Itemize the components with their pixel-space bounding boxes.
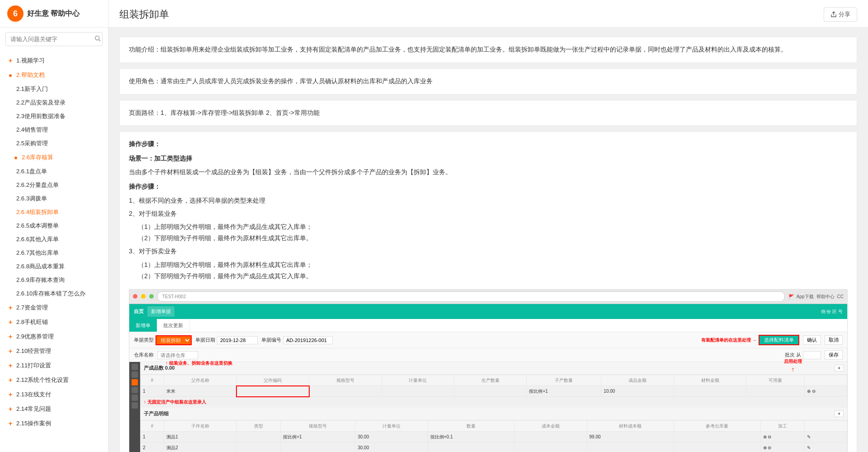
mini-icon-4 (132, 387, 138, 393)
sidebar-item-assembly[interactable]: 2.6.4组装拆卸单 (0, 205, 108, 219)
top-icons: 🚩 App下载 帮助中心 CC (788, 293, 844, 300)
lower-table-header: 子产品明细 + (140, 408, 847, 420)
main-content: 组装拆卸单 分享 功能介绍：组装拆卸单用来处理企业组装或拆卸等加工业务，支持有固… (108, 0, 868, 452)
step-3: 3、对于拆卖业务 (129, 246, 848, 257)
intro-card: 功能介绍：组装拆卸单用来处理企业组装或拆卸等加工业务，支持有固定装配清单的产品加… (119, 37, 857, 63)
sidebar-item-stocktake[interactable]: 2.6.1盘点单 (0, 165, 108, 178)
sidebar-item-purchase[interactable]: 2.5采购管理 (0, 137, 108, 150)
help-icon: 帮助中心 (816, 293, 835, 300)
minimize-dot (141, 294, 146, 299)
plus-icon: + (7, 319, 14, 325)
inventory-icon: ● (13, 154, 19, 161)
sidebar-item-payment[interactable]: + 2.13在线支付 (0, 387, 108, 402)
main-header: 组装拆卸单 分享 (108, 0, 868, 28)
sidebar-item-coupon[interactable]: + 2.9优惠券管理 (0, 329, 108, 344)
sidebar-item-print[interactable]: + 2.11打印设置 (0, 358, 108, 373)
date-input[interactable] (217, 336, 258, 344)
lower-table: # 子件名称 类型 规格型号 计量单位 数量 成本金额 材料成本额 参考出库量 (140, 420, 847, 452)
warehouse-input[interactable] (157, 351, 198, 359)
cancel-record-btn[interactable]: 取消 (825, 335, 843, 345)
sidebar-item-cost-adj[interactable]: 2.6.5成本调整单 (0, 219, 108, 233)
path-card: 页面路径：1、库存核算->库存管理->组装拆卸单 2、首页->常用功能 (119, 100, 857, 126)
annotation-toggle: ↑ 组装业务、拆卸业务在这里切换 (165, 359, 232, 367)
sidebar-item-inventory-error[interactable]: 2.6.10库存账本错了怎么办 (0, 287, 108, 300)
sidebar-item-transfer[interactable]: 2.6.3调拨单 (0, 192, 108, 205)
annotation-no-fixed: ↑ 无固定活产中组装在这里录入 (140, 397, 847, 407)
sidebar-item-cases[interactable]: + 2.15操作案例 (0, 416, 108, 431)
bom-section: 有装配清单的在这里处理 → 选择配料清单 (701, 335, 799, 345)
th-mat-amt: 材料金额 (674, 375, 746, 386)
sidebar-item-install[interactable]: 2.2产品安装及登录 (0, 96, 108, 109)
sidebar-item-label: 2.11打印设置 (16, 362, 51, 370)
sidebar-item-other-out[interactable]: 2.6.7其他出库单 (0, 246, 108, 260)
sidebar-item-personalize[interactable]: + 2.12系统个性化设置 (0, 373, 108, 387)
sidebar-item-inventory[interactable]: ● 2.6库存核算 (0, 150, 108, 165)
new-record-btn[interactable]: 新增单据 (147, 306, 175, 317)
th-prod-amt: 成品金额 (601, 375, 674, 386)
type-field: 单据类型 组装拆卸 (134, 335, 192, 345)
sidebar-item-sales[interactable]: 2.4销售管理 (0, 123, 108, 137)
logo-text: 好生意 帮助中心 (27, 9, 80, 19)
sidebar-item-operations[interactable]: + 2.10经营管理 (0, 344, 108, 358)
lower-table-body: 1 测品1 按比例+1 30.00 按比例+0.1 99.00 ⊕ ⊖ (141, 431, 847, 452)
step-2-1: （1）上部明细为父件明细，最终作为产成品生成其它入库单； (129, 221, 848, 233)
th-unit: 计量单位 (382, 375, 454, 386)
th-spec: 规格型号 (309, 375, 382, 386)
confirm-btn[interactable]: 确认 (803, 335, 821, 345)
sidebar: 6 好生意 帮助中心 + 1.视频学习 ● 2.帮助文档 2.1新手入门 2 (0, 0, 108, 452)
upper-table-head-row: # 父件名称 父件编码 规格型号 计量单位 生产数量 子产数量 成品金额 材料金… (141, 375, 847, 386)
th-prod-qty: 生产数量 (454, 375, 526, 386)
sidebar-item-partial-stocktake[interactable]: 2.6.2分量盘点单 (0, 178, 108, 192)
share-button[interactable]: 分享 (824, 7, 857, 22)
role-card: 使用角色：通常由生产人员或库管人员完成拆装业务的操作，库管人员确认原材料的出库和… (119, 68, 857, 95)
sidebar-item-mobile[interactable]: + 2.8手机旺铺 (0, 315, 108, 329)
sidebar-item-docs[interactable]: ● 2.帮助文档 (0, 68, 108, 82)
select-bom-btn[interactable]: 选择配料清单 (759, 335, 799, 345)
tab-new-record[interactable]: 新增单 (129, 319, 157, 332)
upper-table-header: 产成品数 0.00 + (140, 362, 847, 375)
sidebar-item-label: 2.6库存核算 (22, 153, 53, 162)
add-lower-row-btn[interactable]: + (835, 410, 844, 417)
lth-unit: 计量单位 (355, 420, 428, 431)
th-available: 可用量 (746, 375, 805, 386)
nav-list: + 1.视频学习 ● 2.帮助文档 2.1新手入门 2.2产品安装及登录 2.3… (0, 51, 108, 452)
search-button[interactable] (91, 33, 103, 46)
sidebar-item-cost-recalc[interactable]: 2.6.8商品成本重算 (0, 260, 108, 273)
step-3-2: （2）下部明细为子件明细，最终作为产成品生成其它入库单。 (129, 271, 848, 282)
scene-title: 场景一：加工类型选择 (129, 153, 848, 164)
type-selector[interactable]: 组装拆卸 (156, 336, 191, 344)
ltd-type (236, 431, 281, 442)
sidebar-item-data-prep[interactable]: 2.3使用前数据准备 (0, 109, 108, 123)
flag-icon: 🚩 (788, 293, 794, 300)
lth-material-cost: 材料成本额 (587, 420, 674, 431)
nav-section-29: + 2.9优惠券管理 (0, 329, 108, 344)
annotation-enable: 启用处理 ↑ (784, 357, 802, 375)
number-input[interactable] (283, 336, 333, 344)
add-row-btn[interactable]: + (835, 365, 844, 371)
ltd-name: 测品1 (164, 431, 237, 442)
save-btn[interactable]: 保存 (825, 350, 843, 360)
count-from[interactable] (803, 351, 821, 359)
lower-table-row: 1 测品1 按比例+1 30.00 按比例+0.1 99.00 ⊕ ⊖ (141, 431, 847, 442)
sidebar-item-other-in[interactable]: 2.6.6其他入库单 (0, 233, 108, 246)
lower-title: 子产品明细 (144, 409, 169, 418)
ltd-type2 (236, 442, 281, 452)
sidebar-item-inventory-query[interactable]: 2.6.9库存账本查询 (0, 273, 108, 287)
ltd-seq: 1 (141, 431, 164, 442)
th-parent-name: 父件名称 (164, 375, 236, 386)
type-selector-box: 组装拆卸 (156, 335, 192, 345)
sidebar-item-label: 2.13在线支付 (16, 390, 51, 399)
intro-text: 功能介绍：组装拆卸单用来处理企业组装或拆卸等加工业务，支持有固定装配清单的产品加… (129, 44, 848, 55)
sidebar-item-video[interactable]: + 1.视频学习 (0, 53, 108, 68)
sidebar-item-faq[interactable]: + 2.14常见问题 (0, 402, 108, 416)
sidebar-item-finance[interactable]: + 2.7资金管理 (0, 300, 108, 315)
tab-batch-update[interactable]: 批次更新 (157, 319, 190, 332)
expand-icon: + (7, 57, 14, 64)
role-text: 使用角色：通常由生产人员或库管人员完成拆装业务的操作，库管人员确认原材料的出库和… (129, 76, 848, 87)
share-icon (830, 11, 837, 18)
search-input[interactable] (6, 33, 91, 45)
search-box[interactable] (5, 32, 103, 46)
plus-icon: + (7, 377, 14, 383)
ltd-ops: ⊕ ⊖ (760, 431, 805, 442)
sidebar-item-beginner[interactable]: 2.1新手入门 (0, 82, 108, 96)
